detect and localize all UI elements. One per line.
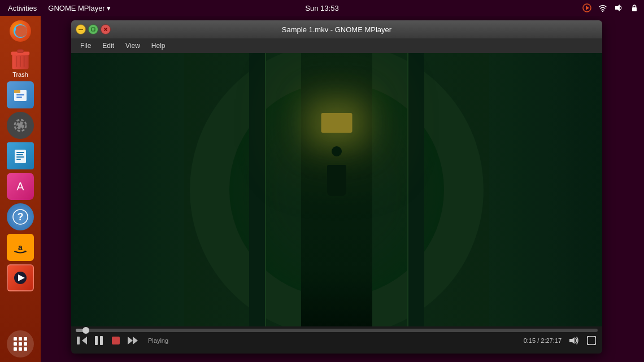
maximize-button[interactable] bbox=[88, 24, 98, 34]
sidebar-item-appstore[interactable]: A bbox=[7, 173, 34, 200]
svg-rect-43 bbox=[588, 337, 595, 344]
menu-help[interactable]: Help bbox=[147, 41, 170, 51]
svg-marker-35 bbox=[82, 337, 87, 344]
app-dropdown-icon: ▾ bbox=[107, 4, 111, 12]
stop-button[interactable] bbox=[110, 334, 122, 347]
svg-point-2 bbox=[602, 11, 603, 12]
svg-marker-1 bbox=[586, 6, 589, 10]
svg-rect-31 bbox=[79, 29, 83, 30]
door-frame-right bbox=[407, 53, 424, 326]
sidebar-item-help[interactable]: ? bbox=[7, 203, 34, 230]
light-fixture bbox=[321, 113, 353, 133]
sidebar-item-libreoffice[interactable] bbox=[7, 142, 34, 169]
svg-rect-37 bbox=[95, 336, 98, 345]
svg-rect-23 bbox=[16, 156, 24, 158]
svg-rect-24 bbox=[16, 159, 21, 160]
topbar-tray bbox=[582, 3, 639, 13]
video-content bbox=[71, 53, 602, 326]
figure-head bbox=[332, 146, 342, 156]
svg-rect-38 bbox=[100, 336, 103, 345]
window-title: Sample 1.mkv - GNOME MPlayer bbox=[282, 25, 391, 34]
menu-bar: File Edit View Help bbox=[71, 38, 602, 53]
svg-rect-9 bbox=[17, 50, 23, 53]
title-bar: Sample 1.mkv - GNOME MPlayer bbox=[71, 20, 602, 38]
sidebar-item-mplayer[interactable] bbox=[7, 264, 34, 291]
close-button[interactable] bbox=[101, 24, 111, 34]
controls-bar: Playing 0:15 / 2:27:17 bbox=[71, 326, 602, 354]
door-frame-left bbox=[249, 53, 266, 326]
sidebar-item-amazon[interactable]: a bbox=[7, 234, 34, 261]
show-applications-button[interactable] bbox=[7, 330, 34, 357]
progress-thumb[interactable] bbox=[82, 327, 89, 334]
volume-button[interactable] bbox=[568, 334, 581, 347]
app-name-label: GNOME MPlayer bbox=[48, 4, 105, 12]
topbar: Activities GNOME MPlayer ▾ Sun 13:53 bbox=[0, 0, 644, 16]
svg-text:A: A bbox=[16, 180, 24, 193]
svg-rect-32 bbox=[92, 28, 95, 31]
app-name-button[interactable]: GNOME MPlayer ▾ bbox=[45, 3, 114, 14]
menu-file[interactable]: File bbox=[76, 41, 95, 51]
sidebar-item-settings[interactable] bbox=[7, 112, 34, 139]
sidebar: Trash A bbox=[0, 16, 41, 362]
svg-rect-36 bbox=[77, 337, 80, 344]
video-frame bbox=[71, 53, 602, 326]
time-display: 0:15 / 2:27:17 bbox=[524, 337, 562, 344]
pause-button[interactable] bbox=[93, 334, 105, 347]
svg-rect-15 bbox=[16, 94, 24, 95]
video-area[interactable] bbox=[71, 53, 602, 326]
svg-rect-22 bbox=[16, 154, 23, 155]
svg-text:a: a bbox=[18, 243, 23, 252]
activities-button[interactable]: Activities bbox=[5, 3, 40, 14]
menu-edit[interactable]: Edit bbox=[98, 41, 119, 51]
svg-text:?: ? bbox=[18, 211, 24, 223]
svg-marker-40 bbox=[128, 337, 133, 344]
sidebar-item-firefox[interactable] bbox=[10, 20, 31, 42]
svg-marker-41 bbox=[133, 337, 138, 344]
topbar-left: Activities GNOME MPlayer ▾ bbox=[5, 3, 114, 14]
minimize-button[interactable] bbox=[76, 24, 86, 34]
tray-system-icon[interactable] bbox=[629, 3, 639, 13]
progress-area bbox=[76, 329, 598, 332]
svg-rect-14 bbox=[14, 90, 20, 93]
tray-volume-icon[interactable] bbox=[613, 3, 624, 13]
sidebar-item-trash[interactable]: Trash bbox=[7, 46, 34, 78]
svg-rect-16 bbox=[16, 97, 22, 98]
window-controls bbox=[76, 24, 111, 34]
svg-marker-3 bbox=[615, 5, 620, 11]
left-wall bbox=[71, 53, 184, 326]
playback-controls: Playing 0:15 / 2:27:17 bbox=[76, 334, 598, 347]
fullscreen-button[interactable] bbox=[585, 334, 598, 347]
svg-rect-21 bbox=[16, 152, 24, 153]
app-window: Sample 1.mkv - GNOME MPlayer File Edit V… bbox=[71, 20, 602, 354]
menu-view[interactable]: View bbox=[121, 41, 145, 51]
trash-label: Trash bbox=[12, 71, 28, 78]
forward-button[interactable] bbox=[127, 334, 139, 347]
right-wall bbox=[489, 53, 602, 326]
rewind-button[interactable] bbox=[76, 334, 88, 347]
svg-marker-42 bbox=[569, 337, 575, 344]
svg-rect-4 bbox=[632, 7, 637, 11]
tray-wifi-icon[interactable] bbox=[598, 3, 608, 13]
sidebar-item-files[interactable] bbox=[7, 81, 34, 108]
topbar-clock: Sun 13:53 bbox=[305, 4, 338, 12]
figure-body bbox=[327, 165, 346, 196]
svg-rect-39 bbox=[112, 337, 120, 344]
progress-track[interactable] bbox=[76, 329, 598, 332]
status-text: Playing bbox=[143, 337, 519, 344]
apps-grid-icon bbox=[14, 337, 27, 351]
tray-media-icon[interactable] bbox=[582, 3, 592, 13]
